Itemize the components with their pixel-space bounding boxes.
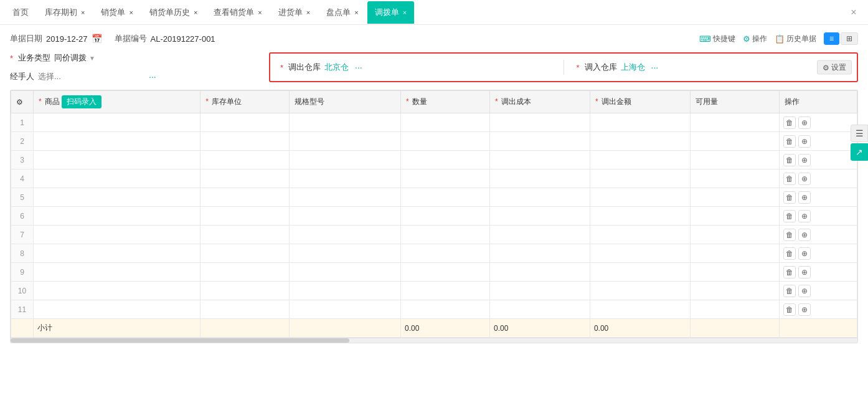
person-ellipsis-btn[interactable]: ···: [149, 72, 156, 82]
delete-icon-7[interactable]: 🗑: [783, 229, 796, 241]
row-goods-8[interactable]: [34, 244, 200, 263]
copy-icon-6[interactable]: ⊕: [798, 210, 811, 222]
row-unit-8[interactable]: [200, 244, 290, 263]
row-goods-11[interactable]: [34, 300, 200, 319]
delete-icon-2[interactable]: 🗑: [783, 135, 796, 148]
row-cost-7[interactable]: [489, 226, 590, 244]
row-spec-1[interactable]: [290, 113, 401, 132]
row-avail-8[interactable]: [690, 244, 779, 263]
row-goods-5[interactable]: [34, 188, 200, 207]
tab-sales-history-close[interactable]: ×: [192, 9, 197, 16]
table-scroll-area[interactable]: ⚙ * 商品 扫码录入 * 库存单位 规格型号: [11, 90, 857, 338]
tab-view-sales[interactable]: 查看销货单 ×: [206, 1, 269, 24]
delete-icon-3[interactable]: 🗑: [783, 154, 796, 166]
row-cost-2[interactable]: [489, 132, 590, 151]
row-unit-9[interactable]: [200, 263, 290, 282]
row-cost-8[interactable]: [489, 244, 590, 263]
row-avail-1[interactable]: [690, 113, 779, 132]
delete-icon-9[interactable]: 🗑: [783, 266, 796, 278]
tab-sales-order[interactable]: 销货单 ×: [93, 1, 140, 24]
row-amount-6[interactable]: [590, 207, 690, 226]
row-qty-10[interactable]: [400, 282, 489, 300]
row-cost-1[interactable]: [489, 113, 590, 132]
row-unit-3[interactable]: [200, 151, 290, 169]
row-unit-7[interactable]: [200, 226, 290, 244]
row-spec-9[interactable]: [290, 263, 401, 282]
row-cost-10[interactable]: [489, 282, 590, 300]
list-view-btn[interactable]: ≡: [824, 32, 839, 45]
tab-init-stock[interactable]: 库存期初 ×: [37, 1, 92, 24]
row-unit-11[interactable]: [200, 300, 290, 319]
delete-icon-4[interactable]: 🗑: [783, 173, 796, 185]
row-goods-7[interactable]: [34, 226, 200, 244]
row-qty-3[interactable]: [400, 151, 489, 169]
row-cost-11[interactable]: [489, 300, 590, 319]
row-avail-3[interactable]: [690, 151, 779, 169]
calendar-icon[interactable]: 📅: [92, 34, 102, 44]
scrollbar-thumb[interactable]: [11, 338, 349, 343]
row-qty-2[interactable]: [400, 132, 489, 151]
row-goods-10[interactable]: [34, 282, 200, 300]
row-spec-6[interactable]: [290, 207, 401, 226]
row-avail-11[interactable]: [690, 300, 779, 319]
history-button[interactable]: 📋 历史单据: [775, 34, 816, 44]
grid-view-btn[interactable]: ⊞: [841, 32, 858, 45]
row-amount-1[interactable]: [590, 113, 690, 132]
row-qty-8[interactable]: [400, 244, 489, 263]
row-amount-8[interactable]: [590, 244, 690, 263]
row-unit-4[interactable]: [200, 169, 290, 188]
tab-init-stock-close[interactable]: ×: [80, 9, 85, 16]
row-goods-4[interactable]: [34, 169, 200, 188]
row-avail-4[interactable]: [690, 169, 779, 188]
row-amount-9[interactable]: [590, 263, 690, 282]
tab-sales-history[interactable]: 销货单历史 ×: [142, 1, 205, 24]
tab-sales-order-close[interactable]: ×: [128, 9, 133, 16]
tab-home[interactable]: 首页: [5, 1, 36, 24]
in-warehouse-ellipsis[interactable]: ···: [651, 62, 659, 72]
row-cost-6[interactable]: [489, 207, 590, 226]
copy-icon-1[interactable]: ⊕: [798, 117, 811, 129]
row-avail-2[interactable]: [690, 132, 779, 151]
copy-icon-4[interactable]: ⊕: [798, 173, 811, 185]
row-goods-1[interactable]: [34, 113, 200, 132]
warehouse-settings-btn[interactable]: ⚙ 设置: [817, 60, 852, 75]
copy-icon-11[interactable]: ⊕: [798, 303, 811, 316]
delete-icon-1[interactable]: 🗑: [783, 117, 796, 129]
tab-transfer-close[interactable]: ×: [402, 9, 407, 16]
row-spec-4[interactable]: [290, 169, 401, 188]
right-panel-export-btn[interactable]: ↗: [851, 143, 868, 161]
row-qty-11[interactable]: [400, 300, 489, 319]
window-close-button[interactable]: ×: [844, 3, 863, 22]
row-amount-4[interactable]: [590, 169, 690, 188]
out-warehouse-ellipsis[interactable]: ···: [355, 62, 362, 72]
delete-icon-5[interactable]: 🗑: [783, 191, 796, 204]
tab-purchase-close[interactable]: ×: [305, 9, 310, 16]
row-cost-4[interactable]: [489, 169, 590, 188]
row-spec-8[interactable]: [290, 244, 401, 263]
row-cost-3[interactable]: [489, 151, 590, 169]
row-avail-9[interactable]: [690, 263, 779, 282]
person-input[interactable]: [38, 72, 143, 82]
row-amount-11[interactable]: [590, 300, 690, 319]
copy-icon-5[interactable]: ⊕: [798, 191, 811, 204]
operations-button[interactable]: ⚙ 操作: [743, 34, 767, 44]
row-goods-9[interactable]: [34, 263, 200, 282]
tab-transfer[interactable]: 调拨单 ×: [367, 1, 414, 24]
copy-icon-9[interactable]: ⊕: [798, 266, 811, 278]
row-qty-9[interactable]: [400, 263, 489, 282]
shortcuts-button[interactable]: ⌨ 快捷键: [699, 34, 735, 44]
row-amount-2[interactable]: [590, 132, 690, 151]
row-unit-10[interactable]: [200, 282, 290, 300]
row-avail-5[interactable]: [690, 188, 779, 207]
row-amount-5[interactable]: [590, 188, 690, 207]
row-amount-10[interactable]: [590, 282, 690, 300]
row-avail-10[interactable]: [690, 282, 779, 300]
right-panel-list-btn[interactable]: ☰: [851, 125, 868, 142]
col-settings[interactable]: ⚙: [11, 91, 34, 113]
delete-icon-8[interactable]: 🗑: [783, 247, 796, 260]
scan-button[interactable]: 扫码录入: [62, 95, 101, 108]
row-unit-5[interactable]: [200, 188, 290, 207]
row-unit-1[interactable]: [200, 113, 290, 132]
row-qty-7[interactable]: [400, 226, 489, 244]
tab-purchase[interactable]: 进货单 ×: [271, 1, 318, 24]
